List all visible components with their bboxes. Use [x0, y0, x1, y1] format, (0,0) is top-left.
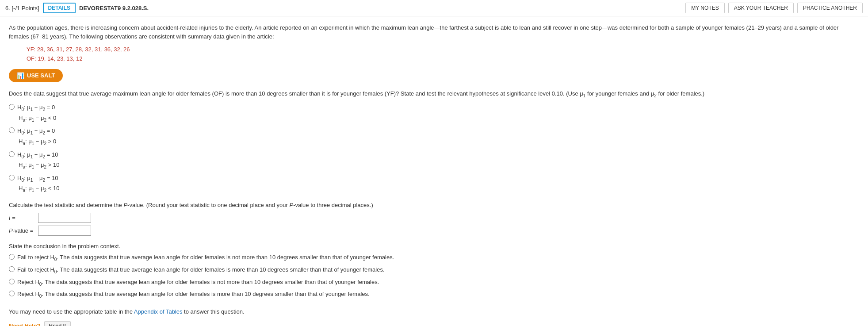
yf-label: YF: — [27, 46, 35, 53]
table-note-before: You may need to use the appropriate tabl… — [9, 308, 133, 315]
calc-instruction: Calculate the test statistic and determi… — [9, 201, 859, 210]
h0-1: H0: μ1 − μ2 = 0 — [17, 103, 55, 113]
details-button[interactable]: DETAILS — [43, 3, 76, 13]
my-notes-button[interactable]: MY NOTES — [685, 3, 724, 13]
ha-3: Ha: μ1 − μ2 > 10 — [19, 161, 859, 170]
hypothesis-radio-1[interactable] — [9, 104, 15, 110]
calculate-section: Calculate the test statistic and determi… — [9, 201, 859, 236]
hypothesis-options: H0: μ1 − μ2 = 0 Ha: μ1 − μ2 < 0 H0: μ1 −… — [9, 103, 859, 194]
h0-3: H0: μ1 − μ2 = 10 — [17, 150, 58, 160]
h0-2: H0: μ1 − μ2 = 0 — [17, 127, 55, 136]
help-row: Need Help? Read It — [9, 321, 859, 326]
practice-another-button[interactable]: PRACTICE ANOTHER — [797, 3, 863, 13]
top-bar: 6. [-/1 Points] DETAILS DEVORESTAT9 9.2.… — [0, 0, 868, 16]
use-salt-button[interactable]: 📊 USE SALT — [9, 69, 63, 82]
conclusion-option-3: Reject H0. The data suggests that true a… — [9, 278, 859, 288]
main-content: As the population ages, there is increas… — [0, 16, 868, 326]
ha-2: Ha: μ1 − μ2 > 0 — [19, 137, 859, 147]
yf-data-line: YF: 28, 36, 31, 27, 28, 32, 31, 36, 32, … — [27, 45, 859, 54]
intro-text: As the population ages, there is increas… — [9, 23, 859, 41]
salt-icon: 📊 — [17, 72, 24, 79]
conclusion-text-1[interactable]: Fail to reject H0. The data suggests tha… — [17, 253, 394, 263]
conclusion-radio-1[interactable] — [9, 254, 15, 260]
need-help-label: Need Help? — [9, 322, 41, 326]
of-data: 19, 14, 23, 13, 12 — [38, 55, 82, 62]
question-text: Does the data suggest that true average … — [9, 89, 859, 99]
conclusion-radio-4[interactable] — [9, 291, 15, 296]
conclusion-radio-3[interactable] — [9, 279, 15, 284]
of-data-line: OF: 19, 14, 23, 13, 12 — [27, 54, 859, 64]
t-input-row: t = — [9, 213, 859, 223]
ha-1: Ha: μ1 − μ2 < 0 — [19, 114, 859, 123]
top-bar-left: 6. [-/1 Points] DETAILS DEVORESTAT9 9.2.… — [5, 3, 681, 13]
conclusion-option-2: Fail to reject H0. The data suggests tha… — [9, 265, 859, 275]
yf-data: 28, 36, 31, 27, 28, 32, 31, 36, 32, 26 — [37, 46, 130, 53]
appendix-link[interactable]: Appendix of Tables — [134, 308, 183, 315]
problem-id: DEVORESTAT9 9.2.028.S. — [79, 5, 149, 12]
conclusion-radio-2[interactable] — [9, 266, 15, 272]
top-bar-right: MY NOTES ASK YOUR TEACHER PRACTICE ANOTH… — [685, 3, 863, 13]
hypothesis-option-2: H0: μ1 − μ2 = 0 Ha: μ1 − μ2 > 0 — [9, 127, 859, 146]
ha-4: Ha: μ1 − μ2 < 10 — [19, 184, 859, 194]
of-label: OF: — [27, 55, 36, 62]
table-note: You may need to use the appropriate tabl… — [9, 308, 859, 315]
table-note-after: to answer this question. — [184, 308, 245, 315]
conclusion-text-3[interactable]: Reject H0. The data suggests that true a… — [17, 278, 379, 288]
conclusion-section: State the conclusion in the problem cont… — [9, 243, 859, 299]
hypothesis-option-1: H0: μ1 − μ2 = 0 Ha: μ1 − μ2 < 0 — [9, 103, 859, 123]
hypothesis-radio-4[interactable] — [9, 175, 15, 180]
hypothesis-option-4: H0: μ1 − μ2 = 10 Ha: μ1 − μ2 < 10 — [9, 174, 859, 194]
conclusion-text-2[interactable]: Fail to reject H0. The data suggests tha… — [17, 265, 385, 275]
pvalue-input[interactable] — [38, 226, 91, 236]
h0-4: H0: μ1 − μ2 = 10 — [17, 174, 58, 184]
conclusion-option-1: Fail to reject H0. The data suggests tha… — [9, 253, 859, 263]
hypothesis-radio-3[interactable] — [9, 151, 15, 157]
hypothesis-radio-2[interactable] — [9, 127, 15, 133]
pvalue-label: P-value = — [9, 227, 35, 234]
pvalue-input-row: P-value = — [9, 226, 859, 236]
t-input[interactable] — [38, 213, 91, 223]
points-label: 6. [-/1 Points] — [5, 5, 39, 12]
salt-btn-label: USE SALT — [27, 72, 55, 79]
conclusion-label: State the conclusion in the problem cont… — [9, 243, 859, 249]
read-it-button[interactable]: Read It — [44, 321, 71, 326]
conclusion-text-4[interactable]: Reject H0. The data suggests that true a… — [17, 290, 370, 299]
ask-teacher-button[interactable]: ASK YOUR TEACHER — [728, 3, 794, 13]
hypothesis-option-3: H0: μ1 − μ2 = 10 Ha: μ1 − μ2 > 10 — [9, 150, 859, 170]
data-section: YF: 28, 36, 31, 27, 28, 32, 31, 36, 32, … — [9, 45, 859, 64]
conclusion-option-4: Reject H0. The data suggests that true a… — [9, 290, 859, 299]
t-label: t = — [9, 215, 35, 221]
